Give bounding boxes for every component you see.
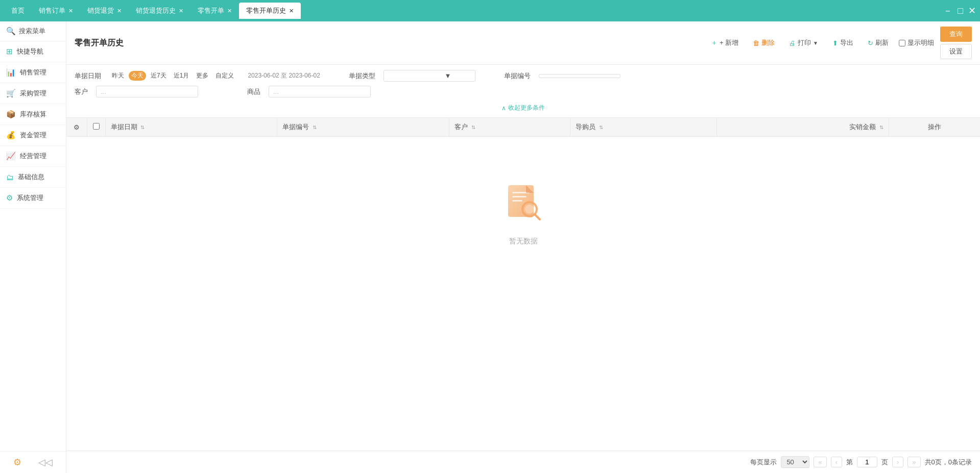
th-guide[interactable]: 导购员 ⇅ bbox=[570, 118, 717, 137]
collapse-up-icon: ∧ bbox=[501, 105, 506, 112]
minimize-icon[interactable]: － bbox=[943, 5, 952, 17]
doc-type-label: 单据类型 bbox=[349, 71, 375, 81]
add-button[interactable]: ＋ + 新增 bbox=[707, 36, 743, 49]
shortcut-today[interactable]: 今天 bbox=[129, 71, 146, 81]
th-amount[interactable]: 实销金额 ⇅ bbox=[716, 118, 889, 137]
tab-sales-order[interactable]: 销售订单 ✕ bbox=[32, 3, 80, 19]
maximize-icon[interactable]: □ bbox=[958, 6, 963, 16]
export-label: 导出 bbox=[840, 38, 853, 47]
collapse-more-btn[interactable]: ∧ 收起更多条件 bbox=[75, 102, 972, 114]
next-page-btn[interactable]: › bbox=[892, 457, 903, 467]
sidebar-item-quick-nav[interactable]: ⊞ 快捷导航 bbox=[0, 41, 66, 62]
th-customer[interactable]: 客户 ⇅ bbox=[449, 118, 570, 137]
tab-sales-return-history[interactable]: 销货退货历史 ✕ bbox=[129, 3, 190, 19]
tab-retail-open-close[interactable]: ✕ bbox=[227, 8, 232, 14]
refresh-label: 刷新 bbox=[875, 38, 889, 47]
window-close-icon[interactable]: ✕ bbox=[968, 5, 976, 16]
tab-sales-return-history-label: 销货退货历史 bbox=[136, 6, 176, 15]
customer-placeholder: ... bbox=[101, 88, 106, 95]
last-page-btn[interactable]: » bbox=[907, 457, 920, 467]
refresh-button[interactable]: ↻ 刷新 bbox=[864, 36, 893, 49]
query-button[interactable]: 查询 bbox=[940, 27, 972, 42]
sort-date-icon: ⇅ bbox=[140, 125, 145, 130]
delete-label: 删除 bbox=[761, 38, 775, 47]
goods-input[interactable]: ... bbox=[269, 86, 371, 97]
tab-home[interactable]: 首页 bbox=[4, 3, 32, 19]
purchase-mgmt-icon: 🛒 bbox=[6, 89, 16, 98]
page-number-input[interactable] bbox=[857, 457, 877, 467]
sidebar-search-label: 搜索菜单 bbox=[19, 27, 45, 36]
page-suffix: 页 bbox=[881, 458, 888, 467]
settings-icon[interactable]: ⚙ bbox=[74, 123, 80, 131]
sidebar-item-label: 销售管理 bbox=[20, 68, 46, 77]
shortcut-1month[interactable]: 近1月 bbox=[171, 71, 192, 81]
inventory-icon: 📦 bbox=[6, 110, 16, 119]
export-button[interactable]: ⬆ 导出 bbox=[828, 36, 857, 49]
pagination: 每页显示 50 10 20 100 « ‹ 第 页 › » 共0页，0条记录 bbox=[66, 451, 980, 473]
th-action: 操作 bbox=[889, 118, 980, 137]
query-settings-group: 查询 设置 bbox=[940, 27, 972, 59]
tab-sales-return[interactable]: 销货退货 ✕ bbox=[80, 3, 129, 19]
svg-rect-2 bbox=[512, 196, 527, 197]
finance-icon: 💰 bbox=[6, 131, 16, 140]
tab-sales-return-label: 销货退货 bbox=[87, 6, 114, 15]
toolbar: ＋ + 新增 🗑 删除 🖨 打印 ▼ ⬆ 导出 ↻ bbox=[707, 27, 972, 59]
th-date[interactable]: 单据日期 ⇅ bbox=[105, 118, 277, 137]
tab-retail-open[interactable]: 零售开单 ✕ bbox=[190, 3, 239, 19]
tab-sales-order-label: 销售订单 bbox=[39, 6, 65, 15]
print-icon: 🖨 bbox=[789, 39, 796, 47]
customer-input[interactable]: ... bbox=[96, 86, 198, 97]
th-doc-no[interactable]: 单据编号 ⇅ bbox=[277, 118, 449, 137]
th-checkbox[interactable] bbox=[87, 118, 105, 137]
tab-sales-order-close[interactable]: ✕ bbox=[68, 8, 73, 14]
collapse-sidebar-icon[interactable]: ◁◁ bbox=[38, 457, 53, 468]
per-page-select[interactable]: 50 10 20 100 bbox=[781, 456, 809, 468]
sidebar-item-purchase-mgmt[interactable]: 🛒 采购管理 bbox=[0, 83, 66, 104]
tab-sales-return-history-close[interactable]: ✕ bbox=[179, 8, 183, 14]
display-detail-toggle[interactable]: 显示明细 bbox=[899, 38, 934, 47]
refresh-icon: ↻ bbox=[868, 39, 873, 47]
empty-illustration bbox=[498, 178, 549, 229]
settings-bottom-icon[interactable]: ⚙ bbox=[13, 457, 21, 468]
first-page-btn[interactable]: « bbox=[814, 457, 826, 467]
shortcut-more[interactable]: 更多 bbox=[194, 71, 211, 81]
prev-page-btn[interactable]: ‹ bbox=[831, 457, 842, 467]
export-icon: ⬆ bbox=[832, 39, 838, 47]
tab-sales-return-close[interactable]: ✕ bbox=[117, 8, 122, 14]
sidebar-item-operations[interactable]: 📈 经营管理 bbox=[0, 146, 66, 167]
select-all-checkbox[interactable] bbox=[93, 123, 100, 130]
sidebar-item-basic-info[interactable]: 🗂 基础信息 bbox=[0, 167, 66, 188]
doc-type-select[interactable]: ▼ bbox=[384, 70, 475, 82]
doc-no-input[interactable] bbox=[539, 74, 620, 78]
sort-docno-icon: ⇅ bbox=[313, 125, 317, 130]
doc-type-dropdown-icon: ▼ bbox=[444, 72, 470, 80]
tab-retail-history[interactable]: 零售开单历史 ✕ bbox=[239, 3, 301, 19]
empty-state: 暂无数据 bbox=[66, 137, 980, 287]
display-detail-checkbox[interactable] bbox=[899, 40, 905, 46]
delete-icon: 🗑 bbox=[753, 39, 759, 47]
sidebar-item-label: 基础信息 bbox=[18, 172, 44, 182]
tab-retail-history-close[interactable]: ✕ bbox=[289, 8, 294, 14]
sidebar-item-label: 库存核算 bbox=[20, 110, 46, 119]
tab-bar: 首页 销售订单 ✕ 销货退货 ✕ 销货退货历史 ✕ 零售开单 ✕ 零售开单历史 … bbox=[0, 0, 980, 21]
print-button[interactable]: 🖨 打印 ▼ bbox=[785, 36, 822, 49]
sidebar-item-finance[interactable]: 💰 资金管理 bbox=[0, 125, 66, 146]
per-page-label: 每页显示 bbox=[750, 458, 777, 467]
sidebar-item-system[interactable]: ⚙ 系统管理 bbox=[0, 188, 66, 209]
filter-area: 单据日期 昨天 今天 近7天 近1月 更多 自定义 2023-06-02 至 2… bbox=[66, 65, 980, 118]
shortcut-yesterday[interactable]: 昨天 bbox=[109, 71, 127, 81]
page-header: 零售开单历史 ＋ + 新增 🗑 删除 🖨 打印 ▼ ⬆ 导出 bbox=[66, 21, 980, 65]
tab-retail-open-label: 零售开单 bbox=[198, 6, 224, 15]
sidebar-item-sales-mgmt[interactable]: 📊 销售管理 bbox=[0, 62, 66, 83]
settings-button[interactable]: 设置 bbox=[940, 44, 972, 59]
customer-label: 客户 bbox=[75, 87, 88, 96]
shortcut-7days[interactable]: 近7天 bbox=[148, 71, 169, 81]
data-table: ⚙ 单据日期 ⇅ 单据编号 ⇅ bbox=[66, 118, 980, 287]
delete-button[interactable]: 🗑 删除 bbox=[749, 36, 779, 49]
th-settings[interactable]: ⚙ bbox=[66, 118, 87, 137]
shortcut-custom[interactable]: 自定义 bbox=[213, 71, 236, 81]
sidebar-search[interactable]: 🔍 搜索菜单 bbox=[0, 21, 66, 41]
date-label: 单据日期 bbox=[75, 71, 101, 81]
sidebar-item-inventory[interactable]: 📦 库存核算 bbox=[0, 104, 66, 125]
sidebar-bottom: ⚙ ◁◁ bbox=[0, 451, 66, 473]
